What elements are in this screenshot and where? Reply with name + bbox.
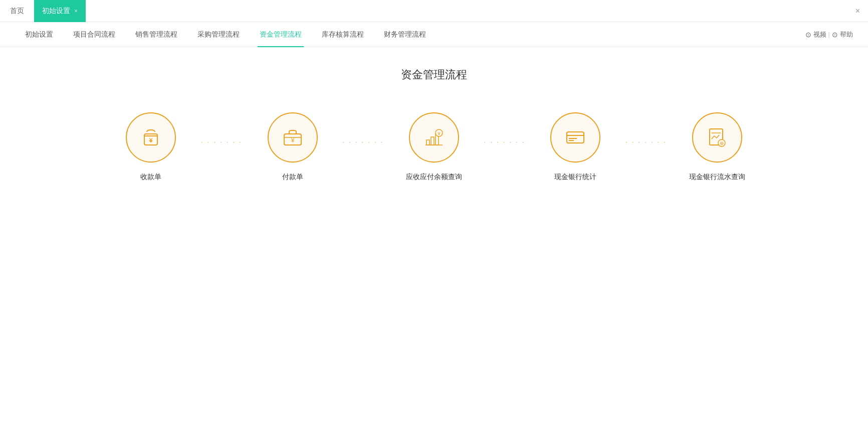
- nav-right: ⊙ 视频 | ⊙ 帮助: [805, 30, 853, 39]
- flow-item-payment[interactable]: ¥ 付款单: [243, 112, 343, 182]
- nav-item-sales[interactable]: 销售管理流程: [125, 22, 187, 47]
- flow-circle-payment: ¥: [268, 112, 318, 163]
- window-close-icon[interactable]: ×: [855, 7, 860, 16]
- svg-rect-6: [426, 140, 429, 145]
- flow-item-cashbank[interactable]: 现金银行统计: [525, 112, 625, 182]
- statement-icon: ⊕: [705, 125, 730, 150]
- flow-label-payment: 付款单: [282, 173, 303, 182]
- svg-text:¥: ¥: [437, 131, 441, 136]
- flow-connector-4: · · · · · · ·: [625, 138, 667, 145]
- flow-circle-balance: ¥: [409, 112, 459, 163]
- nav-item-capital[interactable]: 资金管理流程: [250, 22, 312, 47]
- circle-play-icon: ⊙: [805, 31, 811, 39]
- circle-help-icon: ⊙: [832, 31, 838, 39]
- cashbank-icon: [563, 125, 588, 150]
- flow-row: ¥ 收款单 · · · · · · · ¥ 付款单: [101, 112, 767, 182]
- flow-circle-cashbank: [550, 112, 600, 163]
- tab-active-label: 初始设置: [42, 7, 70, 16]
- flow-connector-1: · · · · · · ·: [201, 138, 242, 145]
- flow-item-statement[interactable]: ⊕ 现金银行流水查询: [667, 112, 767, 182]
- flow-item-receipt[interactable]: ¥ 收款单: [101, 112, 201, 182]
- svg-text:¥: ¥: [290, 137, 294, 144]
- balance-icon: ¥: [421, 125, 447, 150]
- payment-icon: ¥: [280, 125, 305, 150]
- video-btn[interactable]: 视频: [813, 30, 826, 39]
- nav-item-initial[interactable]: 初始设置: [15, 22, 63, 47]
- tab-active[interactable]: 初始设置 ×: [34, 0, 86, 22]
- flow-circle-statement: ⊕: [692, 112, 742, 163]
- flow-label-cashbank: 现金银行统计: [554, 173, 596, 182]
- main-content: 资金管理流程 ¥ 收款单 · · · · · · ·: [0, 47, 868, 202]
- svg-text:⊕: ⊕: [720, 140, 724, 146]
- flow-connector-3: · · · · · · ·: [484, 138, 525, 145]
- flow-label-balance: 应收应付余额查询: [406, 173, 462, 182]
- svg-rect-7: [431, 137, 434, 145]
- nav-item-project[interactable]: 项目合同流程: [63, 22, 125, 47]
- top-tab-bar: 首页 初始设置 × ×: [0, 0, 868, 22]
- receipt-icon: ¥: [138, 125, 163, 150]
- svg-rect-12: [567, 132, 584, 143]
- nav-item-inventory[interactable]: 库存核算流程: [312, 22, 374, 47]
- tab-close-icon[interactable]: ×: [74, 8, 78, 15]
- nav-item-purchase[interactable]: 采购管理流程: [187, 22, 250, 47]
- page-title: 资金管理流程: [401, 67, 467, 82]
- flow-label-receipt: 收款单: [140, 173, 161, 182]
- tab-home[interactable]: 首页: [0, 0, 34, 22]
- divider: |: [828, 31, 830, 38]
- flow-circle-receipt: ¥: [126, 112, 176, 163]
- nav-bar: 初始设置 项目合同流程 销售管理流程 采购管理流程 资金管理流程 库存核算流程 …: [0, 22, 868, 47]
- help-btn[interactable]: 帮助: [840, 30, 853, 39]
- top-right-controls: ×: [847, 7, 868, 16]
- nav-item-finance[interactable]: 财务管理流程: [374, 22, 436, 47]
- flow-label-statement: 现金银行流水查询: [689, 173, 745, 182]
- flow-item-balance[interactable]: ¥ 应收应付余额查询: [384, 112, 484, 182]
- flow-connector-2: · · · · · · ·: [343, 138, 384, 145]
